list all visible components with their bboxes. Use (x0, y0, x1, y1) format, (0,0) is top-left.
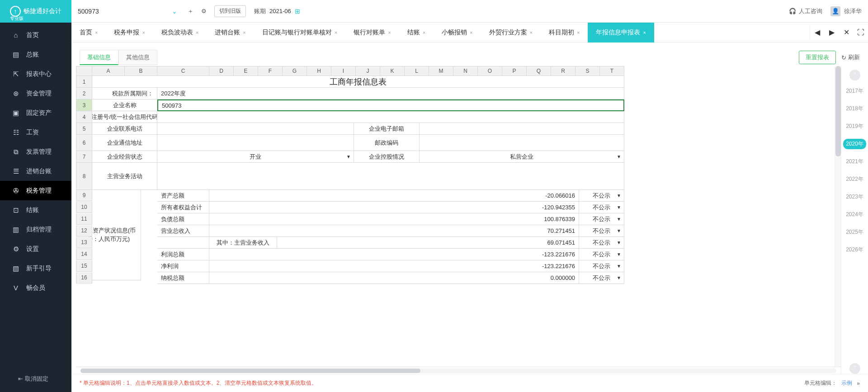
nav-item-6[interactable]: ⧉发票管理 (0, 142, 71, 161)
cell-fin-value-9[interactable]: -20.066016 (209, 190, 579, 202)
row-header-11[interactable]: 11 (76, 213, 92, 225)
year-2023年[interactable]: 2023年 (843, 192, 866, 202)
year-2018年[interactable]: 2018年 (843, 104, 866, 114)
tabs-prev-button[interactable]: ◀ (810, 25, 825, 40)
row-header-2[interactable]: 2 (76, 88, 92, 99)
nav-item-2[interactable]: ⇱报表中心 (0, 64, 71, 84)
cell-period-value[interactable]: 2022年度 (157, 88, 624, 99)
account-select[interactable]: 500973 ⌄ (78, 5, 177, 18)
row-header-8[interactable]: 8 (76, 163, 92, 190)
tab-close-icon[interactable]: × (470, 30, 472, 35)
tab-1[interactable]: 税务申报× (106, 23, 153, 43)
cell-fin-value-10[interactable]: -120.942355 (209, 202, 579, 213)
gear-icon[interactable]: ⚙ (197, 5, 211, 18)
col-header-B[interactable]: B (125, 66, 157, 76)
tabs-close-button[interactable]: ✕ (839, 25, 854, 40)
tab-4[interactable]: 日记账与银行对账单核对× (254, 23, 345, 43)
year-2019年[interactable]: 2019年 (843, 121, 866, 132)
tab-close-icon[interactable]: × (423, 30, 425, 35)
cell-fin-pub-16[interactable]: 不公示▼ (579, 272, 624, 284)
tab-close-icon[interactable]: × (142, 30, 145, 35)
row-header-16[interactable]: 16 (76, 272, 92, 283)
nav-item-7[interactable]: ☰进销台账 (0, 161, 71, 181)
tab-close-icon[interactable]: × (243, 30, 245, 35)
col-header-O[interactable]: O (478, 66, 502, 76)
cell-fin-value-12[interactable]: 70.271451 (209, 225, 579, 237)
subtab-basic[interactable]: 基础信息 (80, 50, 118, 65)
tab-10[interactable]: 年报信息申报表× (588, 23, 654, 43)
tab-close-icon[interactable]: × (196, 30, 198, 35)
tab-2[interactable]: 税负波动表× (153, 23, 207, 43)
unpin-button[interactable]: ⇤ 取消固定 (0, 368, 71, 392)
nav-item-11[interactable]: ⚙设置 (0, 239, 71, 259)
cell-fin-pub-10[interactable]: 不公示▼ (579, 202, 624, 213)
col-header-K[interactable]: K (380, 66, 405, 76)
refresh-button[interactable]: ↻ 刷新 (841, 53, 860, 61)
row-header-7[interactable]: 7 (76, 151, 92, 163)
nav-item-4[interactable]: ▣固定资产 (0, 103, 71, 123)
nav-item-13[interactable]: V畅会员 (0, 278, 71, 298)
col-header-C[interactable]: C (157, 66, 209, 76)
nav-item-1[interactable]: ▤总账 (0, 45, 71, 64)
example-link[interactable]: 示例 (841, 379, 852, 387)
tab-close-icon[interactable]: × (643, 30, 646, 35)
tab-close-icon[interactable]: × (577, 30, 580, 35)
cell-fin-value-15[interactable]: -123.221676 (209, 260, 579, 272)
cell-fin-value-13[interactable]: 69.071451 (277, 237, 579, 249)
horizontal-scrollbar[interactable] (76, 367, 841, 374)
cell-fin-pub-15[interactable]: 不公示▼ (579, 260, 624, 272)
col-header-F[interactable]: F (258, 66, 283, 76)
year-up-button[interactable]: ˄ (849, 70, 860, 80)
year-down-button[interactable]: ˅ (849, 363, 860, 374)
row-header-1[interactable]: 1 (76, 76, 92, 88)
cell-addr-value[interactable] (157, 135, 354, 151)
tab-3[interactable]: 进销台账× (207, 23, 254, 43)
row-header-4[interactable]: 4 (76, 111, 92, 123)
year-2025年[interactable]: 2025年 (843, 227, 866, 237)
row-header-10[interactable]: 10 (76, 202, 92, 213)
year-2024年[interactable]: 2024年 (843, 209, 866, 220)
row-header-15[interactable]: 15 (76, 260, 92, 272)
col-header-A[interactable]: A (92, 66, 125, 76)
tab-6[interactable]: 结账× (399, 23, 434, 43)
col-header-S[interactable]: S (576, 66, 600, 76)
nav-item-0[interactable]: ⌂首页 (0, 25, 71, 45)
calendar-icon[interactable]: ⊞ (295, 8, 300, 15)
tab-7[interactable]: 小畅报销× (434, 23, 481, 43)
row-header-3[interactable]: 3 (76, 99, 92, 111)
tab-0[interactable]: 首页× (71, 23, 106, 43)
year-2026年[interactable]: 2026年 (843, 245, 866, 255)
fullscreen-icon[interactable]: ⛶ (854, 25, 868, 40)
col-header-D[interactable]: D (209, 66, 234, 76)
col-header-M[interactable]: M (429, 66, 453, 76)
cell-holding-value[interactable]: 私营企业▼ (420, 151, 624, 163)
reset-report-button[interactable]: 重置报表 (799, 51, 836, 64)
row-header-6[interactable]: 6 (76, 135, 92, 151)
nav-item-3[interactable]: ⊛资金管理 (0, 84, 71, 103)
subtab-other[interactable]: 其他信息 (118, 50, 157, 65)
tab-9[interactable]: 科目期初× (541, 23, 588, 43)
cell-fin-pub-12[interactable]: 不公示▼ (579, 225, 624, 237)
col-header-N[interactable]: N (453, 66, 478, 76)
tab-close-icon[interactable]: × (530, 30, 533, 35)
old-version-button[interactable]: 切到旧版 (214, 5, 246, 17)
nav-item-9[interactable]: ⊡结账 (0, 200, 71, 220)
nav-item-5[interactable]: ☷工资 (0, 123, 71, 142)
col-header-Q[interactable]: Q (527, 66, 551, 76)
nav-item-12[interactable]: ▧新手引导 (0, 259, 71, 278)
example-expand-icon[interactable]: » (857, 380, 860, 387)
col-header-L[interactable]: L (405, 66, 429, 76)
row-header-5[interactable]: 5 (76, 123, 92, 135)
cell-reg-value[interactable] (157, 111, 624, 123)
year-2021年[interactable]: 2021年 (843, 156, 866, 167)
tab-8[interactable]: 外贸行业方案× (481, 23, 541, 43)
cell-fin-pub-13[interactable]: 不公示▼ (579, 237, 624, 249)
cell-postcode-value[interactable] (420, 135, 624, 151)
tab-close-icon[interactable]: × (388, 30, 391, 35)
row-header-13[interactable]: 13 (76, 237, 92, 248)
col-header-T[interactable]: T (600, 66, 624, 76)
cell-status-value[interactable]: 开业▼ (157, 151, 354, 163)
col-header-E[interactable]: E (234, 66, 258, 76)
cell-fin-value-16[interactable]: 0.000000 (209, 272, 579, 284)
user-chip[interactable]: 👤 徐泽华 (830, 6, 862, 16)
